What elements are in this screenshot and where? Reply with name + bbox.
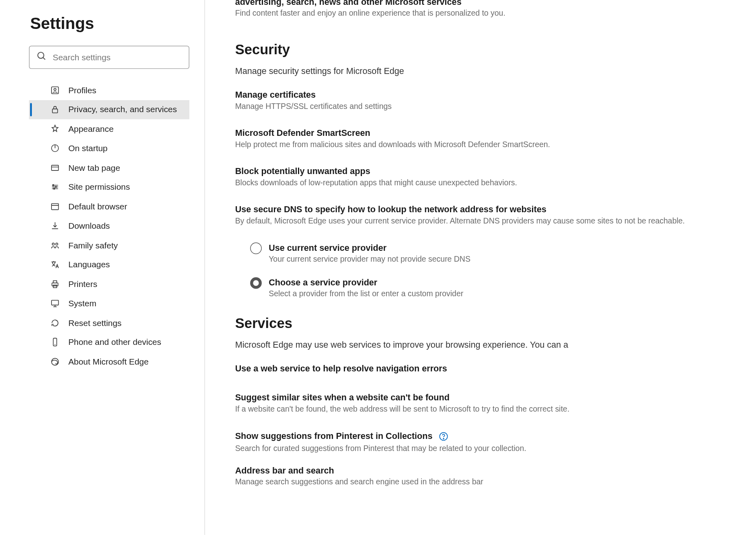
sidebar-item-label: Downloads — [68, 221, 110, 230]
settings-nav: Profiles Privacy, search, and services A… — [29, 80, 189, 371]
appearance-icon — [50, 124, 60, 134]
security-heading: Security — [235, 42, 756, 58]
setting-title: Microsoft Defender SmartScreen — [235, 128, 756, 137]
radio-desc: Your current service provider may not pr… — [269, 255, 470, 264]
radio-label: Use current service provider — [269, 242, 470, 252]
svg-line-1 — [43, 57, 45, 59]
sidebar-item-startup[interactable]: On startup — [29, 139, 189, 158]
help-icon[interactable] — [438, 431, 449, 442]
secure-dns-options: Use current service provider Your curren… — [235, 242, 756, 298]
svg-rect-21 — [53, 285, 57, 287]
radio-unchecked-icon[interactable] — [250, 242, 262, 254]
sidebar-item-reset[interactable]: Reset settings — [29, 313, 189, 332]
setting-desc: Manage HTTPS/SSL certificates and settin… — [235, 102, 756, 111]
svg-rect-19 — [52, 283, 58, 286]
sidebar-item-label: Appearance — [68, 124, 114, 133]
sidebar-item-label: System — [68, 299, 97, 308]
sidebar-item-label: On startup — [68, 143, 107, 153]
search-icon — [37, 51, 47, 64]
sidebar-item-downloads[interactable]: Downloads — [29, 216, 189, 236]
svg-rect-4 — [52, 109, 58, 113]
setting-desc: Manage search suggestions and search eng… — [235, 478, 756, 486]
sidebar-item-label: Privacy, search, and services — [68, 105, 177, 114]
sidebar-item-languages[interactable]: Languages — [29, 255, 189, 274]
address-bar-row[interactable]: Address bar and search Manage search sug… — [235, 465, 756, 486]
system-icon — [50, 298, 60, 309]
setting-title: Use secure DNS to specify how to lookup … — [235, 204, 756, 214]
phone-icon — [50, 337, 60, 347]
profiles-icon — [50, 85, 60, 95]
dns-option-choose[interactable]: Choose a service provider Select a provi… — [250, 277, 756, 298]
radio-checked-icon[interactable] — [250, 277, 262, 289]
svg-point-17 — [52, 243, 54, 245]
setting-desc: If a website can't be found, the web add… — [235, 405, 756, 414]
sidebar-item-label: Phone and other devices — [68, 338, 161, 347]
similar-sites-row: Suggest similar sites when a website can… — [235, 392, 756, 413]
setting-desc: Blocks downloads of low-reputation apps … — [235, 178, 756, 187]
pua-row: Block potentially unwanted apps Blocks d… — [235, 166, 756, 187]
setting-title: advertising, search, news and other Micr… — [235, 0, 756, 6]
download-icon — [50, 221, 60, 231]
sidebar-item-phone[interactable]: Phone and other devices — [29, 332, 189, 352]
svg-point-29 — [443, 438, 444, 439]
svg-rect-20 — [53, 281, 57, 283]
lock-icon — [50, 105, 60, 115]
sidebar-item-label: Reset settings — [68, 318, 121, 328]
setting-title: Manage certificates — [235, 90, 756, 99]
search-settings[interactable] — [29, 46, 189, 69]
sidebar-item-system[interactable]: System — [29, 294, 189, 313]
sidebar-item-label: About Microsoft Edge — [68, 357, 149, 366]
search-input[interactable] — [53, 53, 182, 62]
sidebar-item-label: Languages — [68, 260, 110, 269]
power-icon — [50, 143, 60, 154]
sidebar-item-family[interactable]: Family safety — [29, 236, 189, 255]
permissions-icon — [50, 182, 60, 193]
dns-option-current[interactable]: Use current service provider Your curren… — [250, 242, 756, 263]
nav-errors-row: Use a web service to help resolve naviga… — [235, 363, 756, 375]
setting-desc: Find content faster and enjoy an online … — [235, 9, 756, 18]
setting-title: Suggest similar sites when a website can… — [235, 392, 756, 402]
sidebar-item-newtab[interactable]: New tab page — [29, 158, 189, 177]
reset-icon — [50, 318, 60, 328]
pinterest-row: Show suggestions from Pinterest in Colle… — [235, 430, 756, 453]
settings-sidebar: Settings Profiles Privacy, search, and s… — [0, 0, 205, 535]
svg-point-0 — [38, 52, 44, 58]
sidebar-item-label: Default browser — [68, 202, 127, 211]
svg-rect-22 — [51, 300, 58, 305]
setting-title: Use a web service to help resolve naviga… — [235, 363, 756, 373]
family-icon — [50, 240, 60, 250]
setting-desc: Search for curated suggestions from Pint… — [235, 444, 756, 453]
radio-label: Choose a service provider — [269, 277, 463, 287]
sidebar-item-permissions[interactable]: Site permissions — [29, 177, 189, 197]
sidebar-item-appearance[interactable]: Appearance — [29, 119, 189, 139]
svg-point-3 — [54, 88, 56, 90]
setting-title: Address bar and search — [235, 465, 756, 475]
edge-icon — [50, 357, 60, 367]
manage-certificates-row[interactable]: Manage certificates Manage HTTPS/SSL cer… — [235, 90, 756, 111]
smartscreen-row: Microsoft Defender SmartScreen Help prot… — [235, 128, 756, 149]
sidebar-item-label: Printers — [68, 279, 97, 289]
setting-desc: By default, Microsoft Edge uses your cur… — [235, 217, 756, 225]
setting-desc: Help protect me from malicious sites and… — [235, 140, 756, 149]
svg-rect-15 — [51, 203, 58, 209]
sidebar-item-default-browser[interactable]: Default browser — [29, 197, 189, 216]
secure-dns-row: Use secure DNS to specify how to lookup … — [235, 204, 756, 225]
setting-title: Show suggestions from Pinterest in Colle… — [235, 430, 756, 441]
sidebar-item-label: Profiles — [68, 86, 97, 95]
language-icon — [50, 259, 60, 270]
printer-icon — [50, 279, 60, 289]
sidebar-item-about[interactable]: About Microsoft Edge — [29, 352, 189, 371]
sidebar-item-label: New tab page — [68, 163, 120, 172]
sidebar-item-label: Family safety — [68, 241, 118, 250]
sidebar-item-profiles[interactable]: Profiles — [29, 80, 189, 100]
svg-rect-7 — [51, 165, 58, 170]
newtab-icon — [50, 162, 60, 173]
security-subtitle: Manage security settings for Microsoft E… — [235, 66, 756, 76]
services-heading: Services — [235, 316, 756, 332]
services-subtitle: Microsoft Edge may use web services to i… — [235, 340, 756, 349]
partial-top-setting: advertising, search, news and other Micr… — [235, 0, 756, 17]
sidebar-item-privacy[interactable]: Privacy, search, and services — [29, 100, 189, 119]
default-browser-icon — [50, 201, 60, 212]
svg-point-18 — [55, 243, 58, 245]
sidebar-item-printers[interactable]: Printers — [29, 275, 189, 294]
